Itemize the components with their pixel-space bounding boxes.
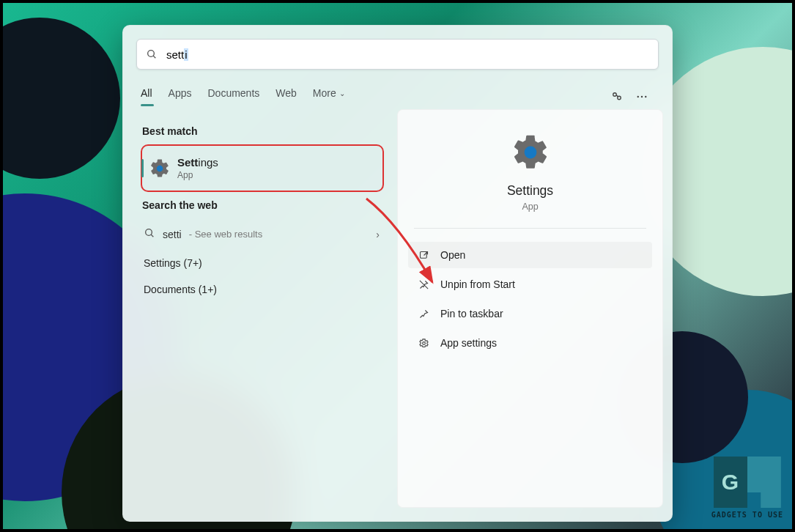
results-left-column: Best match Settings App xyxy=(123,109,388,521)
action-open[interactable]: Open xyxy=(408,242,652,268)
category-documents-more[interactable]: Documents (1+) xyxy=(141,276,384,303)
best-match-title: Settings xyxy=(177,156,218,169)
best-match-label: Best match xyxy=(142,125,384,137)
gear-icon xyxy=(148,157,171,180)
action-label: Pin to taskbar xyxy=(440,308,503,319)
action-label: Open xyxy=(440,249,465,261)
web-hint-text: - See web results xyxy=(189,229,262,240)
svg-line-1 xyxy=(153,56,155,58)
search-input-container[interactable]: setti xyxy=(136,39,659,70)
search-icon xyxy=(144,227,155,241)
svg-point-7 xyxy=(157,165,163,171)
svg-point-2 xyxy=(613,93,617,97)
search-input[interactable]: setti xyxy=(166,48,658,61)
svg-point-5 xyxy=(641,96,643,97)
category-settings-more[interactable]: Settings (7+) xyxy=(141,250,384,276)
profile-sync-icon[interactable] xyxy=(604,84,629,109)
open-icon xyxy=(417,248,430,262)
tab-web[interactable]: Web xyxy=(276,87,297,106)
tab-documents[interactable]: Documents xyxy=(207,87,259,106)
chevron-down-icon: ⌄ xyxy=(339,89,345,97)
action-unpin-start[interactable]: Unpin from Start xyxy=(408,271,652,298)
action-app-settings[interactable]: App settings xyxy=(408,330,652,356)
more-options-icon[interactable] xyxy=(629,84,654,109)
unpin-icon xyxy=(417,278,430,291)
start-search-panel: setti All Apps Documents Web More ⌄ xyxy=(122,25,673,522)
web-query-text: setti xyxy=(163,229,182,240)
result-detail-card: Settings App Open xyxy=(397,109,663,508)
action-label: Unpin from Start xyxy=(440,278,515,290)
tab-all[interactable]: All xyxy=(141,87,152,106)
svg-point-8 xyxy=(146,229,152,236)
web-result-item[interactable]: setti - See web results › xyxy=(141,218,384,250)
search-icon xyxy=(137,48,166,60)
tab-more[interactable]: More ⌄ xyxy=(313,87,345,106)
tab-apps[interactable]: Apps xyxy=(169,87,192,106)
best-match-subtitle: App xyxy=(177,170,218,180)
svg-rect-11 xyxy=(420,251,426,258)
best-match-result[interactable]: Settings App xyxy=(141,144,384,192)
search-web-label: Search the web xyxy=(142,199,384,211)
detail-subtitle: App xyxy=(522,202,538,212)
svg-line-9 xyxy=(151,234,153,237)
filter-tabs: All Apps Documents Web More ⌄ xyxy=(141,87,345,106)
action-label: App settings xyxy=(440,337,497,349)
svg-point-6 xyxy=(645,96,646,97)
gear-icon xyxy=(510,132,551,173)
svg-point-4 xyxy=(637,96,639,97)
svg-point-0 xyxy=(148,51,155,57)
svg-point-13 xyxy=(422,341,425,344)
action-pin-taskbar[interactable]: Pin to taskbar xyxy=(408,300,652,327)
chevron-right-icon: › xyxy=(376,229,380,240)
watermark-logo: G GADGETS TO USE xyxy=(711,457,783,519)
svg-point-10 xyxy=(524,147,536,159)
appsettings-icon xyxy=(417,336,430,350)
detail-title: Settings xyxy=(507,183,553,199)
pin-icon xyxy=(417,307,430,320)
